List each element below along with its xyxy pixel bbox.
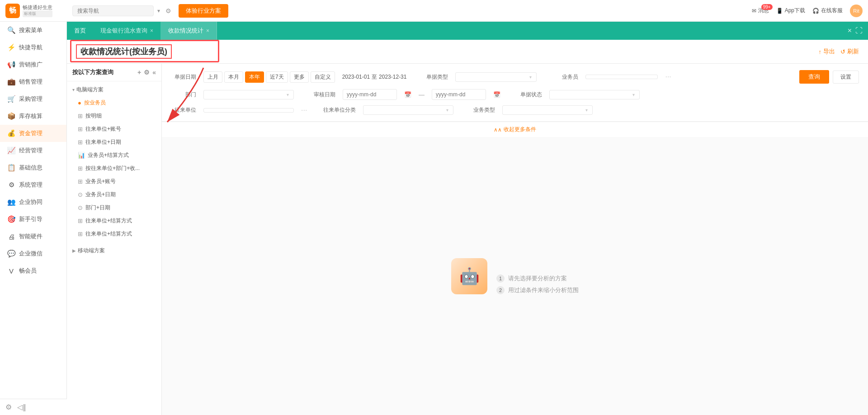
scheme-item-icon-5: ⊞ [78,165,83,172]
filter-row-1: 单据日期 上月 本月 本年 近7天 更多 自定义 2023-01-01 至 [171,70,859,84]
sidebar-item-wechat[interactable]: 💬 企业微信 [0,245,66,262]
salesperson-select[interactable] [585,75,658,79]
user-avatar[interactable]: Rit [850,5,863,17]
tab-collection-stats[interactable]: 收款情况统计 × [161,22,217,40]
doc-status-select[interactable]: ▾ [549,90,640,99]
tab-home[interactable]: 首页 [67,27,93,35]
filter-area: 单据日期 上月 本月 本年 近7天 更多 自定义 2023-01-01 至 [162,64,868,122]
counterpart-cat-select[interactable]: ▾ [363,105,453,115]
sidebar-item-collab[interactable]: 👥 企业协同 [0,193,66,211]
counterpart-select[interactable] [203,108,294,113]
app-download-button[interactable]: 📱 App下载 [776,7,805,14]
scheme-item-label-5: 按往来单位+部门+收... [85,165,140,172]
doc-type-filter-label: 单据类型 [423,73,448,81]
date-range-display: 2023-01-01 至 2023-12-31 [342,73,407,81]
calendar-icon-2[interactable]: 📅 [493,91,500,98]
counterpart-label: 往来单位 [171,106,196,114]
settings-bottom-icon[interactable]: ⚙ [5,403,12,411]
sidebar-item-inventory[interactable]: 📦 库存核算 [0,108,66,125]
export-button[interactable]: ↑ 导出 [819,47,835,56]
collapse-sidebar-icon[interactable]: ◁‖ [17,403,26,411]
sidebar-item-guide[interactable]: 🎯 新手引导 [0,211,66,228]
date-btn-7days[interactable]: 近7天 [266,71,288,83]
date-btn-this-month[interactable]: 本月 [224,71,243,83]
sidebar-item-hardware[interactable]: 🖨 智能硬件 [0,228,66,245]
sidebar-label-collab: 企业协同 [19,198,42,206]
sidebar-item-finance[interactable]: 💰 资金管理 [0,125,66,142]
sidebar-item-system[interactable]: ⚙ 系统管理 [0,176,66,193]
audit-date-start-input[interactable] [343,89,397,100]
date-btn-last-month[interactable]: 上月 [203,71,222,83]
scheme-item-label-7: 业务员+日期 [85,191,116,198]
collapse-more-bar[interactable]: ∧∧ 收起更多条件 [162,122,868,137]
scheme-item-salesperson-account[interactable]: ⊞ 业务员+账号 [67,175,161,188]
sidebar-item-operations[interactable]: 📈 经营管理 [0,142,66,159]
scheme-item-detail[interactable]: ⊞ 按明细 [67,109,161,123]
main-content: 首页 现金银行流水查询 × 收款情况统计 × × ⛶ 收款情况统计(按业务员) … [67,22,868,415]
tab-maximize-icon[interactable]: ⛶ [855,27,863,35]
scheme-item-counterpart-settlement-1[interactable]: ⊞ 往来单位+结算方式 [67,214,161,227]
date-options-group: 上月 本月 本年 近7天 更多 自定义 [203,71,335,83]
filter-actions: 查询 设置 [799,70,859,84]
biz-type-select[interactable]: ▾ [502,105,593,115]
logo-area: 畅 畅捷通好生意 标准版 [5,4,72,18]
member-icon: V [7,267,15,275]
scheme-item-dept-date[interactable]: ⊙ 部门+日期 [67,201,161,214]
tab-bank-flow[interactable]: 现金银行流水查询 × [93,22,161,40]
scheme-item-salesperson-date[interactable]: ⊙ 业务员+日期 [67,188,161,201]
settings-button[interactable]: 设置 [833,71,859,84]
audit-date-end-input[interactable] [432,89,486,100]
salesperson-more-btn[interactable]: ··· [665,73,671,81]
scheme-item-counterpart-settlement-2[interactable]: ⊞ 往来单位+结算方式 [67,227,161,241]
doc-type-select[interactable]: ▾ [455,72,537,82]
calendar-icon-1[interactable]: 📅 [404,91,411,98]
counterpart-more-btn[interactable]: ··· [301,106,307,114]
sidebar-item-member[interactable]: V 畅会员 [0,262,66,279]
scheme-item-by-salesperson[interactable]: ● 按业务员 [67,96,161,109]
date-btn-more[interactable]: 更多 [290,71,309,83]
scheme-item-salesperson-settlement[interactable]: 📊 业务员+结算方式 [67,149,161,162]
sidebar-item-sales[interactable]: 💼 销售管理 [0,73,66,90]
scheme-item-label-2: 往来单位+账号 [85,125,121,133]
date-btn-this-year[interactable]: 本年 [245,71,264,83]
scheme-settings-button[interactable]: ⚙ [144,69,150,76]
scheme-panel: 按以下方案查询 + ⚙ « ▾ 电脑端方案 ● 按业务员 [67,64,162,415]
sidebar-label-system: 系统管理 [19,181,42,189]
scheme-item-icon-8: ⊙ [78,204,83,211]
scheme-add-button[interactable]: + [137,69,141,76]
query-button[interactable]: 查询 [799,70,829,84]
nav-chevron-icon[interactable]: ▾ [157,8,160,14]
scheme-item-counterpart-date[interactable]: ⊞ 往来单位+日期 [67,136,161,149]
tab-bar-right: × ⛶ [848,27,868,35]
scheme-item-counterpart-dept[interactable]: ⊞ 按往来单位+部门+收... [67,162,161,175]
dept-select[interactable]: ▾ [203,90,294,99]
sidebar-item-marketing[interactable]: 📢 营销推广 [0,56,66,73]
scheme-item-label-10: 往来单位+结算方式 [85,230,132,238]
sidebar-label-basics: 基础信息 [19,164,42,172]
scheme-group-mobile: ▶ 移动端方案 [67,242,161,259]
tab-close-all-icon[interactable]: × [848,27,852,35]
messages-button[interactable]: ✉ 消息 99+ [752,7,769,14]
scheme-group-mobile-header[interactable]: ▶ 移动端方案 [67,244,161,257]
header-gear-icon[interactable]: ⚙ [165,7,171,14]
tip-text-2: 用过滤条件来缩小分析范围 [508,286,579,294]
wechat-icon: 💬 [7,250,15,258]
date-btn-custom[interactable]: 自定义 [311,71,335,83]
sidebar-item-search[interactable]: 🔍 搜索菜单 [0,22,66,39]
sidebar-item-quicknav[interactable]: ⚡ 快捷导航 [0,39,66,56]
sidebar-item-purchase[interactable]: 🛒 采购管理 [0,90,66,108]
scheme-item-counterpart-account[interactable]: ⊞ 往来单位+账号 [67,123,161,136]
refresh-button[interactable]: ↺ 刷新 [840,47,859,56]
page-area: 收款情况统计(按业务员) ↑ 导出 ↺ 刷新 按以下方案查询 + [67,40,868,415]
sidebar-item-basics[interactable]: 📋 基础信息 [0,159,66,176]
counterpart-cat-label: 往来单位分类 [323,106,356,114]
tab-bank-flow-close[interactable]: × [150,28,153,34]
online-service-button[interactable]: 🎧 在线客服 [812,7,843,14]
header-center: ▾ ⚙ 体验行业方案 [72,4,752,18]
scheme-group-desktop-header[interactable]: ▾ 电脑端方案 [67,83,161,96]
scheme-collapse-button[interactable]: « [152,69,156,76]
trial-button[interactable]: 体验行业方案 [179,4,228,18]
logo-badge: 标准版 [23,10,52,17]
nav-search-input[interactable] [72,5,154,16]
tab-collection-stats-close[interactable]: × [206,28,209,34]
